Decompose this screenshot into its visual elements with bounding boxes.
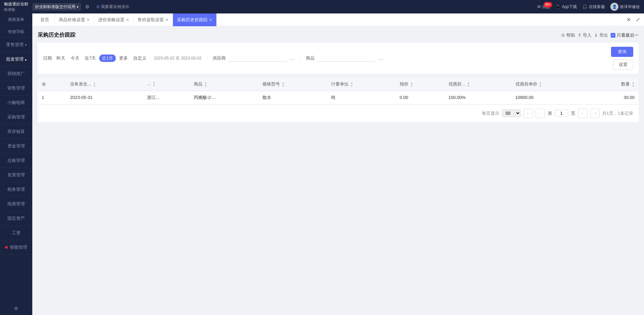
filter-divider xyxy=(207,55,207,62)
main-content: 首页 商品价格设置 ✕ 进价策略设置 ✕ 售价提取设置 ✕ 采购历史价跟踪 ✕ … xyxy=(32,13,644,315)
td-seq: 1 xyxy=(38,91,66,104)
goods-filter: 商品 ... xyxy=(306,55,384,62)
export-btn[interactable]: ⇓ 导出 xyxy=(594,32,608,38)
per-page-select[interactable]: 50 100 200 xyxy=(502,109,521,117)
date-opt-1month[interactable]: 近1月 xyxy=(99,55,116,62)
tab-sale-price[interactable]: 售价提取设置 ✕ xyxy=(134,13,173,26)
th-unit[interactable]: 计量单位 ▲▼ xyxy=(327,78,396,91)
tab-price-strategy[interactable]: 进价策略设置 ✕ xyxy=(94,13,134,26)
query-button[interactable]: 查询 xyxy=(611,47,633,57)
sort-icon: ▲▼ xyxy=(204,81,207,88)
th-price[interactable]: 报价 ▲▼ xyxy=(396,78,444,91)
sidebar-item-purchase[interactable]: 采购管理 xyxy=(0,110,32,125)
sidebar-item-retail[interactable]: 零售管理 ▾ xyxy=(0,38,32,52)
dot-indicator xyxy=(5,246,8,249)
data-table: ⚙ 业务发生... ▲▼ ... ▲▼ 商品 ▲▼ xyxy=(38,78,639,104)
goods-dots[interactable]: ... xyxy=(378,55,384,61)
th-before-price[interactable]: 优惠前单价 ▲▼ xyxy=(511,78,590,91)
online-service-btn[interactable]: 🎧 在线客服 xyxy=(582,4,605,10)
download-icon: 📱 xyxy=(556,4,561,9)
sidebar-item-sales[interactable]: 销售管理 xyxy=(0,81,32,96)
message-btn[interactable]: ✉ 消息 99+ xyxy=(537,4,550,10)
date-range-display: 2023-05-02 至 2023-06-02 xyxy=(152,56,201,61)
page: 采购历史价跟踪 ⊙ 帮助 ⇑ 导入 ⇓ 导出 xyxy=(32,26,644,315)
td-goods: 丙烯酸-2-... xyxy=(190,91,258,104)
sidebar-item-wholesale[interactable]: 批发管理 ▴ xyxy=(0,52,32,67)
date-opt-7days[interactable]: 近7天 xyxy=(83,55,98,62)
td-before-price: 10900.00 xyxy=(511,91,590,104)
close-tab-btn[interactable]: ✕ xyxy=(625,15,632,24)
sidebar-item-ledger[interactable]: 总账管理 xyxy=(0,153,32,168)
td-extra: 浙江... xyxy=(143,91,190,104)
close-icon[interactable]: ✕ xyxy=(86,18,90,22)
settings-icon[interactable]: ⚙ xyxy=(84,3,91,11)
settings-filter-button[interactable]: 设置 xyxy=(613,60,633,70)
tab-goods-price[interactable]: 商品价格设置 ✕ xyxy=(55,13,94,26)
sidebar-item-tax[interactable]: 税务管理 xyxy=(0,182,32,197)
goods-input[interactable] xyxy=(317,55,376,62)
layout: 搜索菜单 快捷导航 零售管理 ▾ 批发管理 ▴ 营销推广 销售管理 小畅电商 采… xyxy=(0,13,644,315)
td-spec: 散水 xyxy=(258,91,327,104)
th-extra[interactable]: ... ▲▼ xyxy=(143,78,190,91)
sidebar-item-payroll[interactable]: 工资 xyxy=(0,226,32,240)
date-opt-today[interactable]: 今天 xyxy=(69,55,81,62)
supplier-filter: 供应商 ... xyxy=(213,55,295,62)
last-page-btn[interactable]: ⊣ xyxy=(590,109,600,118)
sidebar-item-invoice[interactable]: 发票管理 xyxy=(0,168,32,182)
td-discount: 100.00% xyxy=(444,91,511,104)
headset-icon: 🎧 xyxy=(582,4,587,9)
th-date[interactable]: 业务发生... ▲▼ xyxy=(66,78,143,91)
page-unit: 页 xyxy=(571,110,575,116)
td-date: 2023-05-31 xyxy=(66,91,143,104)
th-discount[interactable]: 优惠折... ▲▼ xyxy=(444,78,511,91)
prev-page-btn[interactable]: ‹ xyxy=(536,109,545,118)
td-unit: 吨 xyxy=(327,91,396,104)
close-icon[interactable]: ✕ xyxy=(126,18,129,22)
next-page-btn[interactable]: › xyxy=(578,109,587,118)
import-btn[interactable]: ⇑ 导入 xyxy=(578,32,592,38)
sidebar-gear-btn[interactable]: ⚙ xyxy=(0,302,32,315)
first-page-btn[interactable]: ⊦ xyxy=(524,109,533,118)
sidebar-item-finance[interactable]: 资金管理 xyxy=(0,139,32,153)
th-goods[interactable]: 商品 ▲▼ xyxy=(190,78,258,91)
th-qty[interactable]: 数量 ▲▼ xyxy=(590,78,639,91)
sidebar-quick-nav[interactable]: 快捷导航 xyxy=(0,26,32,38)
import-icon: ⇑ xyxy=(578,33,581,38)
date-opt-more[interactable]: 更多 xyxy=(117,55,130,62)
close-icon[interactable]: ✕ xyxy=(209,18,212,22)
data-table-container: ⚙ 业务发生... ▲▼ ... ▲▼ 商品 ▲▼ xyxy=(38,78,639,104)
date-options: 昨天 今天 近7天 近1月 更多 自定义 xyxy=(55,55,148,62)
tab-bar-right: ✕ ⤢ xyxy=(625,15,641,24)
sidebar-item-inventory[interactable]: 库存核算 xyxy=(0,125,32,139)
only-last-checkbox[interactable]: 只看最后一 xyxy=(611,32,639,38)
sidebar-item-ecommerce-small[interactable]: 小畅电商 xyxy=(0,96,32,110)
total-info: 共1页，1条记录 xyxy=(602,110,633,116)
date-range-text: 2023-05-02 至 2023-06-02 xyxy=(154,56,201,61)
supplier-dots[interactable]: ... xyxy=(289,55,295,61)
gear-icon[interactable]: ⚙ xyxy=(42,81,46,87)
th-spec[interactable]: 规格型号 ▲▼ xyxy=(258,78,327,91)
sidebar-item-fixed-assets[interactable]: 固定资产 xyxy=(0,211,32,226)
close-icon[interactable]: ✕ xyxy=(165,18,169,22)
sidebar-item-ecommerce[interactable]: 电商管理 xyxy=(0,197,32,211)
page-number-input[interactable]: 1 xyxy=(555,110,568,117)
version-selector[interactable]: 好业财标准版交付试用 ▾ xyxy=(32,3,81,11)
date-opt-yesterday[interactable]: 昨天 xyxy=(55,55,67,62)
tab-home[interactable]: 首页 xyxy=(35,13,55,26)
demo-link[interactable]: 我要看实例演示 xyxy=(96,4,129,10)
th-gear[interactable]: ⚙ xyxy=(38,78,66,91)
supplier-input[interactable] xyxy=(228,55,287,62)
user-menu[interactable]: 👤 徐泽华修改 xyxy=(610,3,640,11)
sidebar-item-smart[interactable]: 智能管理 xyxy=(0,240,32,255)
date-opt-custom[interactable]: 自定义 xyxy=(131,55,148,62)
app-logo: 畅捷通好业财 标准版 xyxy=(4,2,28,12)
tab-purchase-history[interactable]: 采购历史价跟踪 ✕ xyxy=(173,13,217,26)
app-download-btn[interactable]: 📱 App下载 xyxy=(556,4,577,10)
help-btn[interactable]: ⊙ 帮助 xyxy=(561,32,575,38)
sidebar-item-marketing[interactable]: 营销推广 xyxy=(0,67,32,81)
sidebar-search[interactable]: 搜索菜单 xyxy=(0,13,32,26)
sidebar: 搜索菜单 快捷导航 零售管理 ▾ 批发管理 ▴ 营销推广 销售管理 小畅电商 采… xyxy=(0,13,32,315)
expand-tab-btn[interactable]: ⤢ xyxy=(634,15,641,24)
help-icon: ⊙ xyxy=(561,33,565,38)
sort-icon: ▲▼ xyxy=(152,81,155,87)
